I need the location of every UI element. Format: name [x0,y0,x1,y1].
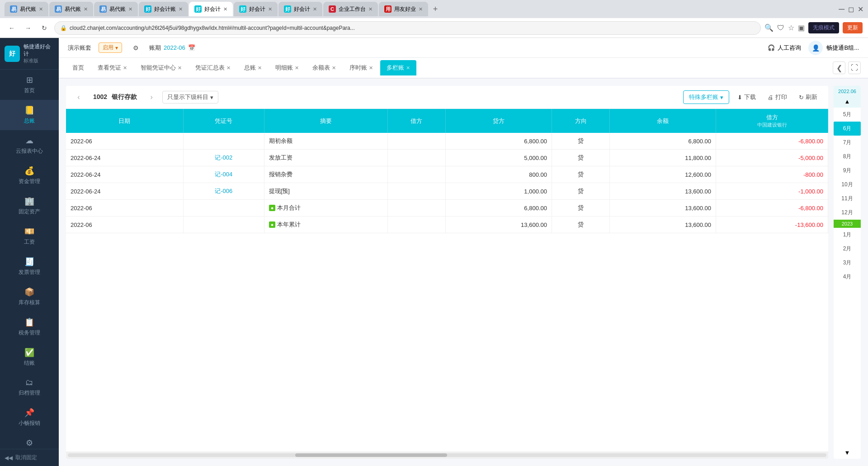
sidebar-item-payroll[interactable]: 💴 工资 [0,221,59,251]
sidebar-item-home[interactable]: ⊞ 首页 [0,70,59,100]
star-icon[interactable]: ☆ [788,24,794,32]
sub-account-filter[interactable]: 只显示下级科目 ▾ [162,91,218,104]
tab-general-ledger-close[interactable]: ✕ [258,65,262,71]
maximize-button[interactable]: ◻ [848,5,854,14]
user-menu[interactable]: 👤 畅捷通B组... [808,41,859,55]
sidebar-item-inventory[interactable]: 📦 库存核算 [0,282,59,312]
help-button[interactable]: 🎧 人工咨询 [768,44,801,52]
minimize-button[interactable]: ─ [839,5,844,14]
scroll-thumb[interactable] [295,453,447,457]
sidebar-item-funds[interactable]: 💰 资金管理 [0,160,59,191]
period-selector[interactable]: 账期 2022-06 📅 [149,44,195,52]
browser-tab-4[interactable]: 好 好会计账 ✕ [139,2,188,16]
browser-tab-7[interactable]: 好 好会计 ✕ [278,2,322,16]
account-selector[interactable]: 1002 银行存款 [90,91,141,103]
sidebar-item-ledger[interactable]: 📒 总账 [0,100,59,130]
sidebar-panel-icon[interactable]: ▣ [798,24,805,32]
browser-tab-8[interactable]: C 企业工作台 ✕ [323,2,378,16]
sidebar-item-reports[interactable]: ☁ 云报表中心 [0,130,59,160]
sidebar-item-invoices[interactable]: 🧾 发票管理 [0,251,59,282]
browser-tab-6[interactable]: 好 好会计 ✕ [234,2,278,16]
month-item-dec[interactable]: 12月 [834,206,861,220]
sidebar-item-settings[interactable]: ⚙ 基础设置 [0,433,59,449]
expand-button[interactable]: ⛶ [848,61,861,74]
url-bar[interactable]: 🔒 cloud2.chanjet.com/accounting/uh26t264… [54,21,761,35]
tab-detail-ledger[interactable]: 明细账 ✕ [269,60,305,75]
account-settings-button[interactable]: ⚙ [129,42,142,54]
sidebar-item-close[interactable]: ✅ 结账 [0,342,59,372]
month-item-jan[interactable]: 1月 [834,228,861,242]
browser-tab-3[interactable]: 易 易代账 ✕ [94,2,138,16]
special-multi-column-button[interactable]: 特殊多栏账 ▾ [683,90,729,104]
browser-tab-9[interactable]: 用 用友好业 ✕ [379,2,428,16]
cell-voucher[interactable]: 记-006 [183,183,264,200]
month-item-aug[interactable]: 8月 [834,150,861,164]
tab-close-2[interactable]: ✕ [84,6,88,12]
tab-smart-voucher-close[interactable]: ✕ [178,65,182,71]
month-item-nov[interactable]: 11月 [834,192,861,206]
month-item-apr[interactable]: 4月 [834,270,861,284]
cell-voucher[interactable]: 记-002 [183,150,264,166]
sidebar-item-tax[interactable]: 📋 税务管理 [0,312,59,342]
tab-voucher-summary-close[interactable]: ✕ [226,65,231,71]
download-button[interactable]: ⬇ 下载 [734,91,760,104]
sidebar-item-expense[interactable]: 📌 小畅报销 [0,402,59,433]
tab-view-voucher[interactable]: 查看凭证 ✕ [91,60,133,75]
search-icon[interactable]: 🔍 [764,24,774,32]
print-button[interactable]: 🖨 打印 [764,91,791,104]
tab-voucher-summary[interactable]: 凭证汇总表 ✕ [189,60,237,75]
tab-balance-close[interactable]: ✕ [332,65,336,71]
tab-multi-column[interactable]: 多栏账 ✕ [380,60,416,75]
tab-close-5[interactable]: ✕ [223,6,227,12]
account-status-badge[interactable]: 启用 ▾ [99,42,122,53]
browser-tab-2[interactable]: 易 易代账 ✕ [49,2,93,16]
tab-close-9[interactable]: ✕ [419,6,423,12]
refresh-button[interactable]: ↻ 刷新 [795,91,821,104]
tab-sequential-close[interactable]: ✕ [369,65,373,71]
sidebar-item-assets[interactable]: 🏢 固定资产 [0,191,59,221]
voucher-link[interactable]: 记-002 [215,154,232,161]
browser-tab-5[interactable]: 好 好会计 ✕ [189,2,233,16]
tab-balance[interactable]: 余额表 ✕ [306,60,342,75]
tab-close-1[interactable]: ✕ [39,6,43,12]
month-item-jul[interactable]: 7月 [834,136,861,150]
month-scroll-up[interactable]: ▲ [840,95,854,108]
next-account-button[interactable]: › [146,92,157,103]
browser-tab-1[interactable]: 易 易代账 ✕ [5,2,48,16]
month-item-mar[interactable]: 3月 [834,256,861,270]
reload-button[interactable]: ↻ [38,22,51,34]
tab-close-7[interactable]: ✕ [313,6,317,12]
tab-close-4[interactable]: ✕ [179,6,183,12]
tab-home[interactable]: 首页 [66,60,90,75]
forward-button[interactable]: → [22,22,34,34]
cell-voucher[interactable]: 记-004 [183,166,264,183]
back-button[interactable]: ← [5,22,18,34]
month-item-may[interactable]: 5月 [834,108,861,122]
month-item-sep[interactable]: 9月 [834,164,861,178]
tab-smart-voucher[interactable]: 智能凭证中心 ✕ [134,60,188,75]
stealth-mode-button[interactable]: 无痕模式 [808,22,839,33]
tab-close-3[interactable]: ✕ [128,6,132,12]
update-button[interactable]: 更新 [843,22,863,33]
voucher-link[interactable]: 记-004 [215,171,232,178]
tab-close-8[interactable]: ✕ [368,6,373,12]
tab-view-voucher-close[interactable]: ✕ [123,65,127,71]
pin-button[interactable]: ◀◀ 取消固定 [0,449,59,466]
voucher-link[interactable]: 记-006 [215,188,232,194]
tab-sequential[interactable]: 序时账 ✕ [343,60,379,75]
tab-detail-ledger-close[interactable]: ✕ [295,65,299,71]
tab-multi-column-close[interactable]: ✕ [406,65,410,71]
month-item-feb[interactable]: 2月 [834,242,861,256]
collapse-sidebar-button[interactable]: ❮ [833,61,845,74]
new-tab-button[interactable]: + [429,3,442,15]
close-button[interactable]: ✕ [858,5,863,14]
month-item-oct[interactable]: 10月 [834,178,861,192]
month-scroll-down[interactable]: ▼ [840,446,854,459]
shield-icon[interactable]: 🛡 [777,24,784,32]
month-item-jun[interactable]: 6月 [834,122,861,136]
prev-account-button[interactable]: ‹ [73,92,84,103]
sidebar-item-archive[interactable]: 🗂 归档管理 [0,372,59,402]
horizontal-scrollbar[interactable] [66,452,828,459]
tab-general-ledger[interactable]: 总账 ✕ [238,60,268,75]
tab-close-6[interactable]: ✕ [268,6,272,12]
